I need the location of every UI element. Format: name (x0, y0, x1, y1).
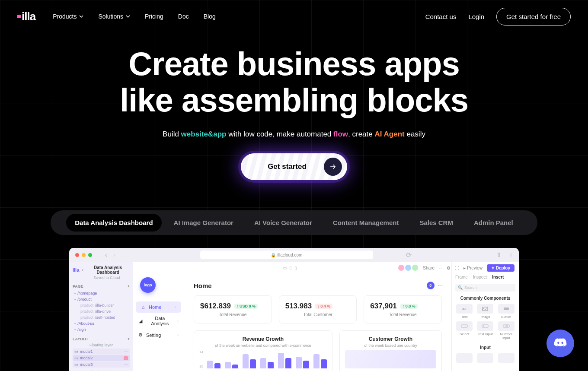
contact-link[interactable]: Contact us (425, 13, 457, 20)
tab-sales-crm[interactable]: Sales CRM (411, 214, 462, 231)
component-button[interactable]: Button (497, 304, 515, 319)
share-icon[interactable]: ⇧ (496, 251, 502, 258)
chart-customer-growth: Customer Growth of the week based one co… (339, 330, 442, 371)
nav-solutions[interactable]: Solutions (98, 13, 130, 20)
logo-text: illa (22, 10, 35, 23)
maximize-dot-icon (88, 253, 92, 257)
app-title: Data Analysis Dashboard (86, 265, 130, 275)
tab-ai-image[interactable]: AI Image Generator (165, 214, 242, 231)
chevron-right-icon: › (175, 305, 176, 309)
svg-text:123: 123 (505, 325, 508, 327)
map-placeholder (345, 350, 436, 368)
component-item[interactable] (476, 353, 494, 363)
bug-icon[interactable]: ⚙ (447, 266, 451, 270)
traffic-lights (75, 253, 92, 257)
metric-label: Total Revenue (370, 312, 435, 317)
add-page-icon[interactable]: + (128, 284, 130, 289)
chart-title: Revenue Growth (199, 336, 327, 342)
nav-label: Blog (204, 13, 216, 20)
sidebar-item-home[interactable]: ⌂ Home › (136, 301, 181, 313)
preview-button[interactable]: ▸Preview (463, 266, 483, 270)
device-desktop-icon[interactable]: ▭ (283, 266, 287, 270)
nav-label: Doc (178, 13, 189, 20)
reload-icon[interactable]: ⟳ (406, 251, 412, 259)
visibility-icon[interactable]: ·· (124, 356, 128, 360)
component-item[interactable] (455, 353, 473, 363)
rpanel-tab-frame[interactable]: Frame (455, 275, 468, 279)
get-started-free-button[interactable]: Get started for free (496, 8, 571, 25)
tab-ai-voice[interactable]: AI Voice Generator (246, 214, 321, 231)
component-item[interactable] (497, 353, 515, 363)
forward-icon[interactable]: › (113, 251, 115, 258)
page-row[interactable]: ◦ /sign (73, 327, 130, 333)
metric-change: ↑ 0.8 % (400, 304, 418, 309)
discord-fab[interactable] (546, 330, 574, 357)
chevron-right-icon: › (177, 333, 179, 337)
layout-row[interactable]: ▭ modal3···· (73, 361, 130, 368)
canvas: ▭ ▯ ▯ Share ··· ⚙ ⛶ ▸Preview (133, 262, 519, 371)
avatar[interactable] (412, 264, 419, 271)
sidebar-item-data-analysis[interactable]: ◢ Data Analysis › (133, 313, 184, 329)
rpanel-tab-inspect[interactable]: Inspect (473, 275, 487, 279)
close-dot-icon (75, 253, 79, 257)
tab-admin-panel[interactable]: Admin Panel (465, 214, 522, 231)
page-row[interactable]: product /illa-builder (73, 302, 130, 308)
chevron-down-icon[interactable]: ▾ (82, 268, 83, 272)
page-row[interactable]: ◦ /product (73, 296, 130, 302)
app-logo-icon: illa (73, 267, 79, 273)
play-icon: ▸ (463, 266, 466, 270)
component-text[interactable]: AaText (455, 304, 473, 319)
rpanel-tab-insert[interactable]: Insert (492, 275, 504, 279)
more-icon[interactable]: ··· (439, 266, 442, 270)
component-search[interactable]: 🔍 Search (455, 284, 515, 292)
nav-doc[interactable]: Doc (178, 13, 189, 20)
visibility-icon[interactable]: ···· (124, 363, 128, 367)
get-started-button[interactable]: Get started (241, 153, 347, 180)
chart-sub: of the week based one country (345, 343, 436, 348)
more-icon[interactable]: ··· (438, 283, 442, 288)
nav-blog[interactable]: Blog (204, 13, 216, 20)
component-text-input[interactable]: Text input (476, 321, 494, 340)
add-layout-icon[interactable]: + (128, 337, 130, 341)
component-number-input[interactable]: 123Number input (497, 321, 515, 340)
visibility-icon[interactable]: ···· (124, 350, 128, 354)
component-select[interactable]: Select (455, 321, 473, 340)
avatar[interactable] (405, 264, 412, 271)
sidebar-item-setting[interactable]: ⚙ Setting › (133, 329, 184, 341)
metric-card-customer: 513.983 ↓ 0.4 % Total Customer (279, 295, 357, 323)
device-tablet-icon[interactable]: ▯ (289, 266, 292, 270)
share-button[interactable]: Share (423, 266, 435, 270)
search-icon: 🔍 (458, 285, 463, 290)
hero: Create business apps like assembling blo… (0, 33, 588, 371)
notification-badge[interactable]: 0 (427, 282, 435, 289)
expand-icon[interactable]: ⛶ (455, 266, 459, 270)
tab-data-analysis[interactable]: Data Analysis Dashboard (66, 214, 161, 231)
page-row[interactable]: ◦ /About-us (73, 320, 130, 327)
layout-row[interactable]: ▭ modal1···· (73, 349, 130, 355)
logo[interactable]: illa (17, 10, 35, 23)
deploy-button[interactable]: ✦ Deploy (487, 264, 514, 272)
page-row[interactable]: product /self-hosted (73, 314, 130, 320)
page-title: Home (194, 282, 212, 289)
page-row[interactable]: ◦ /homepage (73, 290, 130, 296)
back-icon[interactable]: ‹ (105, 251, 107, 258)
component-image[interactable]: Image (476, 304, 494, 319)
device-mobile-icon[interactable]: ▯ (294, 266, 297, 270)
rpanel-section-label: Commonly Components (455, 296, 515, 301)
nav-products[interactable]: Products (53, 13, 83, 20)
page-row[interactable]: product /illa-drive (73, 308, 130, 314)
floating-label: Floating layer (73, 343, 130, 347)
url-bar[interactable]: 🔒 illacloud.com (200, 251, 373, 259)
metric-value: $612.839 (200, 302, 231, 311)
avatar[interactable] (398, 264, 405, 271)
tab-content-mgmt[interactable]: Content Management (324, 214, 408, 231)
layout-row[interactable]: ▭ modal2·· (73, 355, 130, 361)
demo-tabs: Data Analysis Dashboard AI Image Generat… (51, 210, 537, 235)
hero-title: Create business apps like assembling blo… (0, 46, 588, 118)
nav-pricing[interactable]: Pricing (145, 13, 163, 20)
collaborator-avatars (398, 264, 419, 271)
chart-sub: of the week on website and compared with… (199, 343, 327, 348)
metric-card-revenue-2: 637,901 ↑ 0.8 % Total Revenue (364, 295, 442, 323)
new-tab-icon[interactable]: + (509, 251, 513, 258)
login-link[interactable]: Login (468, 13, 484, 20)
